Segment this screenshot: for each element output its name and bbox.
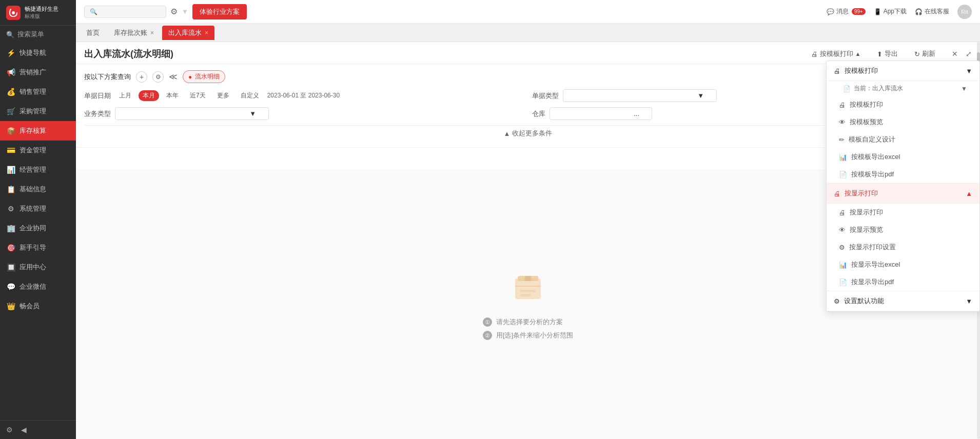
header-dropdown-icon[interactable]: ▼ — [182, 8, 188, 15]
template-custom-design-item[interactable]: ✏ 模板自定义设计 — [827, 131, 979, 148]
display-preview-item[interactable]: 👁 按显示预览 — [827, 221, 979, 238]
header-gear-icon[interactable]: ⚙ — [170, 7, 178, 16]
empty-state-icon — [507, 268, 548, 309]
print-template-btn[interactable]: 🖨 按模板打印 ▲ — [807, 47, 865, 61]
collapse-up-icon: ▲ — [504, 130, 511, 137]
sidebar-item-appstore[interactable]: 🔲 应用中心 — [0, 257, 76, 277]
app-name: 畅捷通好生意 — [25, 5, 58, 12]
empty-step-1: ① 请先选择要分析的方案 — [483, 317, 573, 327]
sidebar-item-member[interactable]: 👑 畅会员 — [0, 296, 76, 316]
export-btn[interactable]: ⬆ 导出 — [873, 47, 902, 61]
sidebar-search[interactable]: 🔍 搜索菜单 — [0, 26, 76, 43]
filter-collapse-icon[interactable]: ≪ — [169, 72, 178, 82]
refresh-btn[interactable]: ↻ 刷新 — [910, 47, 939, 61]
message-item[interactable]: 💬 消息 99+ — [827, 7, 866, 16]
display-print-chevron: ▲ — [966, 190, 972, 197]
filter-tag[interactable]: ● 流水明细 — [183, 70, 225, 83]
set-default-section-header[interactable]: ⚙ 设置默认功能 ▼ — [827, 291, 979, 311]
display-print-item[interactable]: 🖨 按显示打印 — [827, 204, 979, 221]
date-opt-7days[interactable]: 近7天 — [186, 90, 210, 101]
sidebar-item-basic[interactable]: 📋 基础信息 — [0, 179, 76, 199]
search-icon: 🔍 — [6, 31, 14, 38]
date-opt-this-month[interactable]: 本月 — [139, 90, 159, 101]
online-service-item[interactable]: 🎧 在线客服 — [915, 7, 949, 16]
tab-batch-label: 库存批次账 — [114, 28, 147, 37]
header-left: 🔍 ⚙ ▼ 体验行业方案 — [84, 4, 820, 19]
sidebar-item-operations[interactable]: 📊 经营管理 — [0, 160, 76, 179]
enterprise-icon: 🏢 — [6, 224, 15, 232]
filter-add-btn[interactable]: + — [136, 71, 147, 83]
tab-home-label: 首页 — [86, 28, 100, 37]
app-download-item[interactable]: 📱 App下载 — [874, 7, 907, 16]
template-export-pdf-item[interactable]: 📄 按模板导出pdf — [827, 166, 979, 183]
sidebar-item-marketing[interactable]: 📢 营销推广 — [0, 63, 76, 82]
sidebar-item-finance[interactable]: 💳 资金管理 — [0, 141, 76, 160]
business-chevron: ▼ — [249, 110, 256, 117]
business-type-select[interactable]: ▼ — [115, 107, 269, 120]
collapse-label: 收起更多条件 — [512, 129, 552, 138]
current-template-item[interactable]: 📄 当前：出入库流水 ▼ — [827, 81, 979, 96]
warehouse-select[interactable]: ... — [550, 107, 652, 120]
close-window-btn[interactable]: × — [952, 49, 957, 59]
svg-rect-5 — [520, 290, 536, 292]
display-export-pdf-item[interactable]: 📄 按显示导出pdf — [827, 273, 979, 291]
template-export-excel-item[interactable]: 📊 按模板导出excel — [827, 148, 979, 166]
filter-settings-btn[interactable]: ⚙ — [152, 71, 164, 83]
sidebar-item-purchase[interactable]: 🛒 采购管理 — [0, 102, 76, 121]
message-label: 消息 — [836, 7, 849, 16]
sidebar-navigation: ⚡ 快捷导航 📢 营销推广 💰 销售管理 🛒 采购管理 📦 库存核算 💳 资金管… — [0, 43, 76, 420]
doc-type-label: 单据类型 — [532, 91, 559, 101]
empty-step-2: ② 用[选]条件来缩小分析范围 — [483, 331, 573, 340]
tab-batch[interactable]: 库存批次账 × — [108, 26, 160, 40]
app-logo-icon — [6, 6, 21, 20]
display-print-section-header[interactable]: 🖨 按显示打印 ▲ — [827, 184, 979, 204]
sidebar-item-inventory[interactable]: 📦 库存核算 — [0, 121, 76, 141]
template-preview-item[interactable]: 👁 按模板预览 — [827, 113, 979, 131]
doc-type-select[interactable]: ▼ — [563, 89, 717, 102]
sidebar-item-label: 销售管理 — [19, 87, 46, 96]
display-print-settings-item[interactable]: ⚙ 按显示打印设置 — [827, 238, 979, 256]
tab-flow-close[interactable]: × — [205, 29, 208, 36]
export-icon: ⬆ — [877, 50, 883, 58]
header-search-box[interactable]: 🔍 — [84, 6, 166, 18]
template-design-label: 模板自定义设计 — [849, 135, 895, 144]
sidebar-item-quick-nav[interactable]: ⚡ 快捷导航 — [0, 43, 76, 63]
filter-title: 按以下方案查询 — [84, 72, 131, 82]
sidebar-item-enterprise[interactable]: 🏢 企业协同 — [0, 218, 76, 238]
template-print-chevron: ▼ — [966, 67, 972, 75]
tab-batch-close[interactable]: × — [150, 29, 154, 36]
date-opt-last-month[interactable]: 上月 — [115, 90, 135, 101]
download-icon: 📱 — [874, 8, 881, 15]
template-preview-icon: 👁 — [839, 118, 846, 126]
trial-btn[interactable]: 体验行业方案 — [192, 4, 247, 19]
sidebar-item-guide[interactable]: 🎯 新手引导 — [0, 238, 76, 257]
svg-rect-3 — [525, 276, 531, 281]
business-type-field: 业务类型 ▼ — [84, 107, 524, 120]
sidebar-item-sales[interactable]: 💰 销售管理 — [0, 82, 76, 102]
user-name-display: Rit — [961, 9, 968, 15]
user-avatar-item[interactable]: Rit — [957, 5, 972, 19]
settings-bottom-icon[interactable]: ⚙ — [6, 426, 13, 434]
tab-flow[interactable]: 出入库流水 × — [162, 26, 214, 40]
display-print-item-label: 按显示打印 — [850, 208, 883, 217]
sidebar-item-system[interactable]: ⚙ 系统管理 — [0, 199, 76, 218]
date-opt-more[interactable]: 更多 — [213, 90, 233, 101]
template-print-item[interactable]: 🖨 按模板打印 — [827, 96, 979, 113]
collapse-sidebar-icon[interactable]: ◀ — [21, 426, 27, 434]
template-print-section-header[interactable]: 🖨 按模板打印 ▼ — [827, 61, 979, 81]
wechat-icon: 💬 — [6, 283, 15, 291]
tab-home[interactable]: 首页 — [80, 26, 106, 40]
warehouse-more-icon[interactable]: ... — [634, 110, 639, 117]
sidebar-item-wechat[interactable]: 💬 企业微信 — [0, 277, 76, 296]
date-opt-this-year[interactable]: 本年 — [162, 90, 183, 101]
display-print-header-icon: 🖨 — [834, 190, 840, 197]
date-options: 上月 本月 本年 近7天 更多 自定义 — [115, 90, 263, 101]
user-avatar: Rit — [957, 5, 972, 19]
header-right: 💬 消息 99+ 📱 App下载 🎧 在线客服 Rit — [827, 5, 972, 19]
date-opt-custom[interactable]: 自定义 — [237, 90, 263, 101]
system-icon: ⚙ — [6, 205, 15, 213]
print-dropdown-panel: 🖨 按模板打印 ▼ 📄 当前：出入库流水 ▼ 🖨 按模板打印 👁 — [826, 61, 980, 312]
sidebar-item-label: 采购管理 — [19, 107, 46, 116]
expand-window-btn[interactable]: ⤢ — [966, 50, 972, 58]
display-export-excel-item[interactable]: 📊 按显示导出excel — [827, 256, 979, 273]
